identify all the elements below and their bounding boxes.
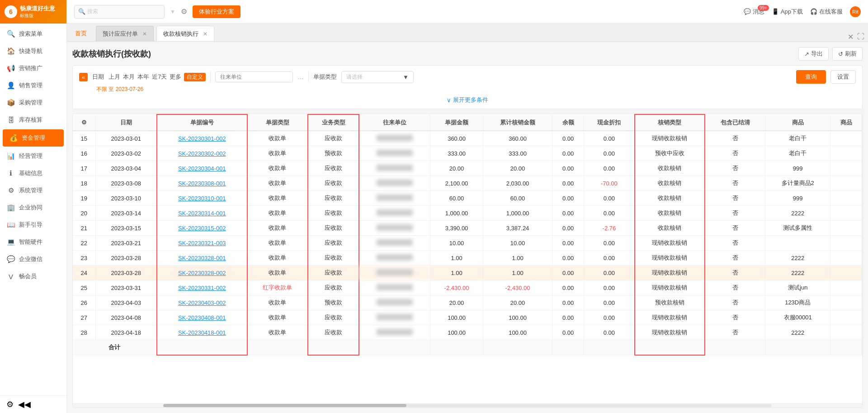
cell-bill-no[interactable]: SK-20230321-003 (157, 236, 247, 251)
date-link-more[interactable]: 更多 (170, 73, 181, 81)
counterparty-input[interactable] (215, 71, 293, 82)
export-icon: ↗ (804, 51, 809, 57)
cell-balance: 0.00 (552, 325, 584, 340)
online-support-button[interactable]: 🎧 在线客服 (810, 8, 843, 16)
cell-bill-amount: 333.00 (430, 146, 483, 161)
cell-bill-no[interactable]: SK-20230315-002 (157, 221, 247, 236)
cell-include-settled: 否 (705, 236, 765, 251)
col-include-settled[interactable]: 包含已结清 (705, 114, 765, 131)
cell-bill-no[interactable]: SK-20230408-001 (157, 310, 247, 325)
col-gear[interactable]: ⚙ (73, 114, 95, 131)
col-biz-type[interactable]: 业务类型 (308, 114, 359, 131)
topbar-dropdown[interactable]: ▼ (170, 9, 175, 15)
cell-bill-no[interactable]: SK-20230308-001 (157, 176, 247, 191)
footer-bill-amount (430, 340, 483, 355)
close-window-icon[interactable]: ✕ (848, 33, 854, 41)
cell-cash-discount: 0.00 (584, 191, 634, 206)
tab-home[interactable]: 首页 (69, 26, 93, 41)
sidebar-item-hardware[interactable]: 💻 智能硬件 (0, 233, 66, 251)
col-bill-amount[interactable]: 单据金额 (430, 114, 483, 131)
date-link-this-month[interactable]: 本月 (123, 73, 135, 81)
tab-pending[interactable]: 预计应应付单 ✕ (96, 26, 154, 41)
collapse-icon[interactable]: ◀◀ (18, 399, 31, 409)
collapse-filter-btn[interactable]: « (79, 73, 88, 81)
cell-bill-no[interactable]: SK-20230314-001 (157, 206, 247, 221)
expand-conditions-btn[interactable]: ∨ 展开更多条件 (447, 96, 488, 104)
sidebar-item-purchase[interactable]: 📦 采购管理 (0, 94, 66, 111)
date-link-7days[interactable]: 近7天 (152, 73, 167, 81)
settings-button[interactable]: 设置 (830, 70, 856, 84)
cell-product2 (830, 161, 862, 176)
app-download-button[interactable]: 📱 App下载 (772, 8, 803, 16)
filter-dots[interactable]: ... (297, 73, 303, 81)
col-bill-no[interactable]: 单据编号 (157, 114, 247, 131)
user-avatar[interactable]: Rit (850, 6, 861, 17)
cell-biz-type: 应收款 (308, 221, 359, 236)
col-cancel-type[interactable]: 核销类型 (635, 114, 705, 131)
sidebar-item-member[interactable]: V 畅会员 (0, 268, 66, 285)
table-body: 152023-03-01SK-20230301-002收款单应收款360.003… (73, 131, 862, 340)
sidebar-item-sales[interactable]: 👤 销售管理 (0, 77, 66, 94)
date-link-last-month[interactable]: 上月 (108, 73, 120, 81)
cell-bill-no[interactable]: SK-20230403-002 (157, 295, 247, 310)
cell-bill-no[interactable]: SK-20230304-001 (157, 161, 247, 176)
cell-bill-no[interactable]: SK-20230302-002 (157, 146, 247, 161)
footer-biz-type (308, 340, 359, 355)
refresh-button[interactable]: ↺ 刷新 (832, 47, 863, 61)
enterprise-icon: 🏢 (6, 204, 15, 212)
sidebar-item-inventory[interactable]: 🗄 库存核算 (0, 111, 66, 128)
cell-bill-no[interactable]: SK-20230328-002 (157, 266, 247, 280)
scroll-thumb[interactable] (163, 404, 406, 407)
settings-gear-icon[interactable]: ⚙ (6, 399, 14, 409)
col-balance[interactable]: 余额 (552, 114, 584, 131)
marketing-icon: 📢 (6, 64, 15, 72)
phone-icon: 📱 (772, 8, 779, 15)
bill-type-select[interactable]: 请选择 ▼ (341, 71, 414, 83)
sidebar-item-wechat[interactable]: 💬 企业微信 (0, 251, 66, 268)
sidebar-item-marketing[interactable]: 📢 营销推广 (0, 60, 66, 77)
tab-collection-close[interactable]: ✕ (203, 31, 208, 37)
cell-include-settled: 否 (705, 325, 765, 340)
query-button[interactable]: 查询 (796, 70, 826, 84)
sidebar-item-search[interactable]: 🔍 搜索菜单 (0, 25, 66, 43)
cell-bill-amount: 20.00 (430, 161, 483, 176)
date-link-custom[interactable]: 自定义 (184, 73, 206, 81)
cell-bill-no[interactable]: SK-20230310-001 (157, 191, 247, 206)
col-bill-type[interactable]: 单据类型 (247, 114, 308, 131)
table-scroll-bar[interactable] (73, 404, 862, 407)
cell-bill-no[interactable]: SK-20230328-001 (157, 251, 247, 266)
table-row: 262023-04-03SK-20230403-002收款单预收款20.0020… (73, 295, 862, 310)
sidebar-item-basic[interactable]: ℹ 基础信息 (0, 165, 66, 182)
tab-collection[interactable]: 收款核销执行 ✕ (156, 26, 214, 41)
tab-pending-close[interactable]: ✕ (142, 31, 147, 37)
cell-bill-no[interactable]: SK-20230301-002 (157, 131, 247, 146)
cell-bill-no[interactable]: SK-20230331-002 (157, 280, 247, 295)
cell-product2 (830, 131, 862, 146)
sidebar-item-newbie[interactable]: 📖 新手引导 (0, 216, 66, 233)
col-accum-amount[interactable]: 累计核销金额 (483, 114, 552, 131)
sidebar-item-enterprise[interactable]: 🏢 企业协同 (0, 199, 66, 216)
col-product2[interactable]: 商品 (830, 114, 862, 131)
export-button[interactable]: ↗ 导出 (798, 47, 829, 61)
col-product[interactable]: 商品 (765, 114, 830, 131)
cell-accum-amount: 1,000.00 (483, 206, 552, 221)
cell-bill-amount: 3,390.00 (430, 221, 483, 236)
message-button[interactable]: 💬 消息 99+ (744, 8, 764, 16)
cell-balance: 0.00 (552, 310, 584, 325)
footer-balance (552, 340, 584, 355)
cell-counterparty (359, 131, 430, 146)
table-scroll-area[interactable]: ⚙ 日期 单据编号 单据类型 业务类型 往来单位 单据金额 累计核销金额 余额 … (73, 114, 862, 404)
sidebar-item-quicknav[interactable]: 🏠 快捷导航 (0, 43, 66, 60)
solution-button[interactable]: 体验行业方案 (193, 5, 241, 18)
col-cash-discount[interactable]: 现金折扣 (584, 114, 634, 131)
sidebar-item-capital[interactable]: 💰 资金管理 (3, 129, 64, 147)
sidebar-item-system[interactable]: ⚙ 系统管理 (0, 182, 66, 199)
cell-bill-no[interactable]: SK-20230418-001 (157, 325, 247, 340)
col-counterparty[interactable]: 往来单位 (359, 114, 430, 131)
maximize-icon[interactable]: ⛶ (857, 33, 864, 41)
sidebar-item-operations[interactable]: 📊 经营管理 (0, 147, 66, 165)
date-link-this-year[interactable]: 本年 (137, 73, 149, 81)
cell-balance: 0.00 (552, 295, 584, 310)
col-date[interactable]: 日期 (95, 114, 157, 131)
topbar-gear-icon[interactable]: ⚙ (181, 7, 187, 16)
